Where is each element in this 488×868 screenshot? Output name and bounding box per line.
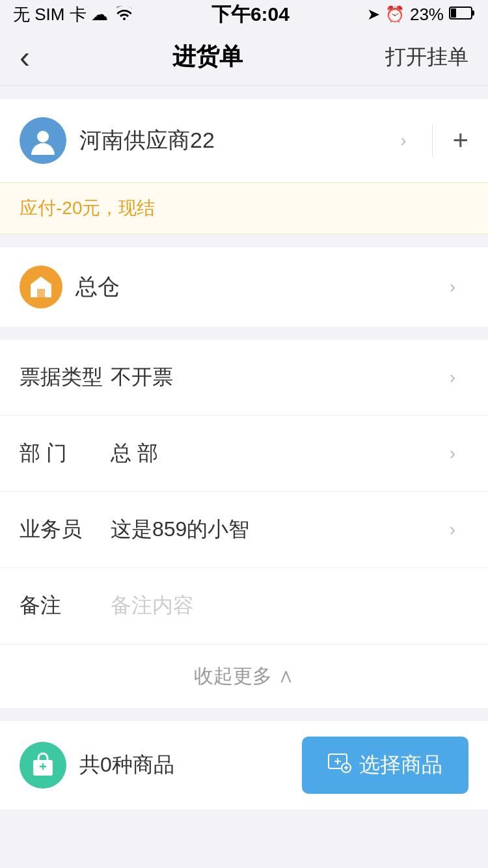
- svg-rect-1: [472, 10, 474, 16]
- warehouse-card: 总仓 ›: [0, 247, 488, 327]
- product-icon-wrap: [20, 742, 66, 789]
- remarks-row[interactable]: 备注 备注内容: [0, 568, 488, 644]
- collapse-label: 收起更多 ∧: [194, 665, 293, 686]
- remarks-placeholder[interactable]: 备注内容: [111, 591, 468, 620]
- open-pending-button[interactable]: 打开挂单: [385, 43, 468, 72]
- supplier-name: 河南供应商22: [79, 126, 400, 156]
- warehouse-icon: [20, 265, 62, 308]
- battery-icon: [449, 5, 475, 25]
- salesperson-arrow-icon: ›: [450, 519, 455, 540]
- supplier-avatar: [20, 117, 66, 164]
- department-label: 部 门: [20, 439, 111, 468]
- department-arrow-icon: ›: [450, 443, 455, 464]
- salesperson-value: 这是859的小智: [111, 515, 450, 544]
- form-card: 票据类型 不开票 › 部 门 总 部 › 业务员 这是859的小智 › 备注 备…: [0, 340, 488, 644]
- alarm-icon: ⏰: [385, 5, 405, 23]
- battery-level: 23%: [410, 5, 444, 25]
- supplier-row[interactable]: 河南供应商22 › +: [0, 99, 488, 182]
- remarks-label: 备注: [20, 591, 111, 620]
- status-time: 下午6:04: [211, 1, 290, 28]
- department-row[interactable]: 部 门 总 部 ›: [0, 416, 488, 492]
- salesperson-row[interactable]: 业务员 这是859的小智 ›: [0, 492, 488, 568]
- select-product-icon: [328, 753, 351, 778]
- select-product-label: 选择商品: [359, 751, 442, 780]
- wifi-icon: [115, 5, 134, 25]
- product-count: 共0种商品: [79, 751, 302, 780]
- bottom-bar: 共0种商品 选择商品: [0, 721, 488, 809]
- warehouse-name: 总仓: [75, 272, 450, 302]
- warehouse-arrow-icon: ›: [450, 277, 455, 297]
- status-bar: 无 SIM 卡 ☁ 下午6:04 ➤ ⏰ 23%: [0, 0, 488, 29]
- svg-rect-5: [37, 289, 45, 297]
- status-left: 无 SIM 卡 ☁: [13, 3, 134, 26]
- supplier-card: 河南供应商22 › + 应付-20元，现结: [0, 99, 488, 234]
- warehouse-row[interactable]: 总仓 ›: [0, 247, 488, 327]
- supplier-arrow-icon: ›: [400, 130, 406, 151]
- collapse-bar[interactable]: 收起更多 ∧: [0, 644, 488, 708]
- add-supplier-button[interactable]: +: [452, 125, 468, 156]
- page-title: 进货单: [172, 41, 243, 73]
- status-right: ➤ ⏰ 23%: [367, 5, 475, 25]
- svg-point-3: [37, 131, 49, 142]
- back-button[interactable]: ‹: [20, 39, 30, 75]
- location-icon: ➤: [367, 5, 380, 23]
- invoice-type-arrow-icon: ›: [450, 367, 455, 388]
- invoice-type-value: 不开票: [111, 363, 450, 392]
- svg-rect-2: [451, 8, 456, 18]
- select-product-button[interactable]: 选择商品: [302, 737, 468, 794]
- invoice-type-label: 票据类型: [20, 363, 111, 392]
- page-filler: [0, 809, 488, 868]
- divider: [432, 124, 433, 157]
- department-value: 总 部: [111, 439, 450, 468]
- notice-bar: 应付-20元，现结: [0, 182, 488, 234]
- invoice-type-row[interactable]: 票据类型 不开票 ›: [0, 340, 488, 416]
- sim-status: 无 SIM 卡 ☁: [13, 3, 108, 26]
- salesperson-label: 业务员: [20, 515, 111, 544]
- notice-text: 应付-20元，现结: [20, 198, 155, 218]
- nav-bar: ‹ 进货单 打开挂单: [0, 29, 488, 86]
